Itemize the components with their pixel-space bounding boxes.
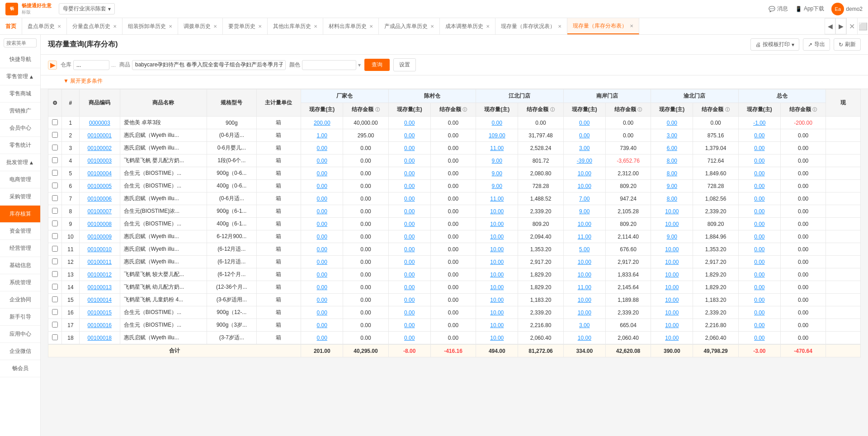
export-btn[interactable]: ↗ 导出 xyxy=(803,38,830,51)
row-changjia-qty[interactable]: 0.00 xyxy=(301,332,343,345)
row-nanan-qty[interactable]: 11.00 xyxy=(563,281,605,294)
row-changjia-qty[interactable]: 0.00 xyxy=(301,294,343,306)
row-nanan-qty[interactable]: 7.00 xyxy=(563,192,605,205)
tab-stocktake-close[interactable]: ✕ xyxy=(57,24,61,29)
row-checkbox[interactable] xyxy=(48,180,62,192)
row-yubei-qty[interactable]: 8.00 xyxy=(651,155,693,167)
row-jiangbei-qty[interactable]: 10.00 xyxy=(476,205,518,218)
sidebar-item-retail-mgmt[interactable]: 零售管理 ▲ xyxy=(0,68,40,85)
row-goods-code[interactable]: 00100011 xyxy=(79,256,120,268)
row-checkbox[interactable] xyxy=(48,129,62,142)
row-jiangbei-qty[interactable]: 9.00 xyxy=(476,180,518,192)
row-zongcang-qty[interactable]: 0.00 xyxy=(738,167,780,180)
row-checkbox[interactable] xyxy=(48,281,62,294)
row-goods-code[interactable]: 00100002 xyxy=(79,142,120,155)
row-jiangbei-qty[interactable]: 9.00 xyxy=(476,155,518,167)
sidebar-item-finance[interactable]: 资金管理 xyxy=(0,223,40,240)
row-nanan-qty[interactable]: 3.00 xyxy=(563,319,605,332)
row-chencun-qty[interactable]: 0.00 xyxy=(388,256,430,268)
row-checkbox[interactable] xyxy=(48,192,62,205)
row-nanan-qty[interactable]: 11.00 xyxy=(563,230,605,243)
row-zongcang-qty[interactable]: 0.00 xyxy=(738,319,780,332)
row-zongcang-qty[interactable]: 0.00 xyxy=(738,332,780,345)
row-yubei-qty[interactable]: 0.00 xyxy=(651,117,693,129)
user-area[interactable]: Ea demo2 xyxy=(831,3,863,15)
row-goods-code[interactable]: 00100005 xyxy=(79,180,120,192)
row-changjia-qty[interactable]: 0.00 xyxy=(301,192,343,205)
row-zongcang-qty[interactable]: 0.00 xyxy=(738,268,780,281)
row-yubei-qty[interactable]: 8.00 xyxy=(651,167,693,180)
row-chencun-qty[interactable]: 0.00 xyxy=(388,129,430,142)
row-goods-code[interactable]: 00100003 xyxy=(79,155,120,167)
row-goods-code[interactable]: 0000003 xyxy=(79,117,120,129)
row-nanan-qty[interactable]: 10.00 xyxy=(563,256,605,268)
row-yubei-qty[interactable]: 9.00 xyxy=(651,180,693,192)
row-jiangbei-qty[interactable]: 11.00 xyxy=(476,142,518,155)
search-input[interactable] xyxy=(4,38,37,47)
row-changjia-qty[interactable]: 0.00 xyxy=(301,306,343,319)
row-goods-code[interactable]: 00100016 xyxy=(79,319,120,332)
row-goods-code[interactable]: 00100006 xyxy=(79,192,120,205)
row-yubei-qty[interactable]: 10.00 xyxy=(651,243,693,256)
tab-requisition[interactable]: 要货单历史 ✕ xyxy=(223,18,268,34)
row-chencun-qty[interactable]: 0.00 xyxy=(388,117,430,129)
row-jiangbei-qty[interactable]: 10.00 xyxy=(476,281,518,294)
row-goods-code[interactable]: 00100001 xyxy=(79,129,120,142)
row-goods-code[interactable]: 00100010 xyxy=(79,243,120,256)
row-goods-code[interactable]: 00100009 xyxy=(79,230,120,243)
row-goods-code[interactable]: 00100008 xyxy=(79,218,120,230)
sidebar-item-system[interactable]: 系统管理 xyxy=(0,274,40,291)
row-zongcang-qty[interactable]: 0.00 xyxy=(738,180,780,192)
sidebar-item-quicknav[interactable]: 快捷导航 xyxy=(0,51,40,68)
row-changjia-qty[interactable]: 1.00 xyxy=(301,129,343,142)
settings-btn[interactable]: 设置 xyxy=(393,58,416,71)
row-changjia-qty[interactable]: 0.00 xyxy=(301,230,343,243)
tab-stocktake[interactable]: 盘点单历史 ✕ xyxy=(22,18,67,34)
row-checkbox[interactable] xyxy=(48,142,62,155)
row-chencun-qty[interactable]: 0.00 xyxy=(388,230,430,243)
warehouse-input[interactable] xyxy=(73,60,109,70)
tab-cost-adjust[interactable]: 成本调整单历史 ✕ xyxy=(440,18,495,34)
row-zongcang-qty[interactable]: 0.00 xyxy=(738,129,780,142)
row-yubei-qty[interactable]: 10.00 xyxy=(651,332,693,345)
tab-transfer-close[interactable]: ✕ xyxy=(213,24,217,29)
tab-partial-stocktake[interactable]: 分量盘点单历史 ✕ xyxy=(67,18,123,34)
row-nanan-qty[interactable]: 0.00 xyxy=(563,129,605,142)
row-yubei-qty[interactable]: 8.00 xyxy=(651,192,693,205)
row-zongcang-qty[interactable]: 0.00 xyxy=(738,294,780,306)
row-changjia-qty[interactable]: 0.00 xyxy=(301,256,343,268)
row-checkbox[interactable] xyxy=(48,155,62,167)
row-yubei-qty[interactable]: 10.00 xyxy=(651,281,693,294)
tab-assembly[interactable]: 组装拆卸单历史 ✕ xyxy=(123,18,178,34)
row-jiangbei-qty[interactable]: 10.00 xyxy=(476,294,518,306)
row-zongcang-qty[interactable]: 0.00 xyxy=(738,306,780,319)
row-changjia-qty[interactable]: 0.00 xyxy=(301,155,343,167)
row-nanan-qty[interactable]: 10.00 xyxy=(563,180,605,192)
info-icon-2[interactable]: ⓘ xyxy=(462,107,467,112)
nav-arrow-left[interactable]: ◀ xyxy=(825,18,835,34)
row-yubei-qty[interactable]: 10.00 xyxy=(651,218,693,230)
sidebar-item-retail-stats[interactable]: 零售统计 xyxy=(0,137,40,154)
row-yubei-qty[interactable]: 10.00 xyxy=(651,306,693,319)
row-chencun-qty[interactable]: 0.00 xyxy=(388,319,430,332)
row-nanan-qty[interactable]: 10.00 xyxy=(563,294,605,306)
tab-cost-adjust-close[interactable]: ✕ xyxy=(486,24,490,29)
row-nanan-qty[interactable]: 10.00 xyxy=(563,332,605,345)
row-chencun-qty[interactable]: 0.00 xyxy=(388,281,430,294)
row-goods-code[interactable]: 00100018 xyxy=(79,332,120,345)
row-nanan-qty[interactable]: -39.00 xyxy=(563,155,605,167)
row-jiangbei-qty[interactable]: 10.00 xyxy=(476,306,518,319)
sidebar-item-marketing[interactable]: 营销推广 xyxy=(0,103,40,120)
nav-close-all[interactable]: ✕ xyxy=(846,18,857,34)
refresh-btn[interactable]: ↻ 刷新 xyxy=(834,38,861,51)
filter-expand-btn[interactable]: ▶ xyxy=(48,61,57,70)
tab-other-out[interactable]: 其他出库单历史 ✕ xyxy=(268,18,323,34)
row-chencun-qty[interactable]: 0.00 xyxy=(388,155,430,167)
sidebar-item-inventory[interactable]: 库存核算 xyxy=(0,206,40,223)
color-input[interactable] xyxy=(302,60,356,70)
sidebar-item-wholesale[interactable]: 批发管理 ▲ xyxy=(0,154,40,171)
row-changjia-qty[interactable]: 200.00 xyxy=(301,117,343,129)
sidebar-item-member[interactable]: 会员中心 xyxy=(0,120,40,137)
row-jiangbei-qty[interactable]: 10.00 xyxy=(476,230,518,243)
nav-arrow-right[interactable]: ▶ xyxy=(835,18,846,34)
